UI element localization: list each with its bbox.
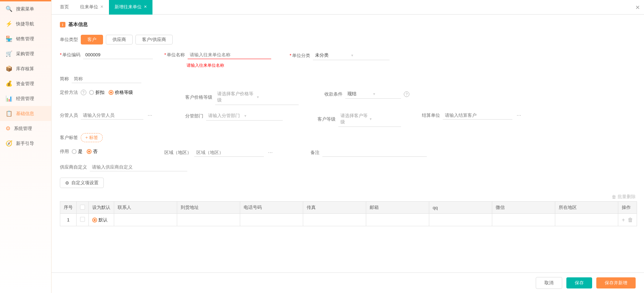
unit-type-field: 单位类型 客户 供应商 客户/供应商 — [60, 35, 636, 44]
unit-name-input[interactable] — [188, 51, 271, 59]
disable-yes-radio[interactable]: 是 — [72, 148, 83, 155]
disable-radio-group: 是 否 — [72, 148, 97, 155]
settlement-dots-btn[interactable]: ··· — [515, 112, 523, 119]
form-content: i 基本信息 单位类型 客户 供应商 客户/供应商 *单位编码 *单位 — [52, 15, 644, 272]
sidebar-item-sales[interactable]: 🏪 销售管理 — [0, 31, 51, 46]
unit-type-label: 单位类型 — [60, 36, 78, 43]
tab-new-trading-unit[interactable]: 新增往来单位 ✕ — [109, 0, 152, 15]
phone-input[interactable] — [244, 216, 299, 224]
manager-input[interactable] — [81, 111, 143, 120]
select-all-checkbox[interactable] — [80, 205, 85, 210]
pricing-level-radio[interactable]: 价格等级 — [109, 89, 133, 96]
email-input[interactable] — [370, 216, 425, 224]
discount-radio-circle — [89, 90, 94, 95]
unit-category-label: *单位分类 — [290, 52, 310, 59]
yes-label: 是 — [78, 148, 83, 155]
add-tag-button[interactable]: + 标签 — [81, 133, 103, 142]
region-dots-btn[interactable]: ··· — [267, 149, 274, 156]
price-level-radio-circle — [109, 90, 113, 95]
manager-dots-btn[interactable]: ··· — [146, 112, 154, 119]
customer-price-level-field: 客户价格等级 请选择客户价格等级 ▾ — [185, 89, 324, 105]
unit-code-input[interactable] — [83, 51, 153, 59]
add-row-btn[interactable]: + — [622, 217, 625, 223]
disable-no-radio[interactable]: 否 — [87, 148, 97, 155]
address-input[interactable] — [181, 216, 236, 224]
cell-ops: + 🗑 — [618, 214, 637, 226]
sidebar-item-label: 快捷导航 — [16, 21, 34, 27]
pricing-help-icon[interactable]: ? — [81, 90, 86, 95]
cell-seq: 1 — [60, 214, 77, 226]
no-label: 否 — [93, 148, 97, 155]
settlement-input[interactable] — [443, 111, 512, 120]
supplier-custom-input[interactable] — [90, 163, 187, 171]
sidebar-item-quick-nav[interactable]: ⚡ 快捷导航 — [0, 16, 51, 31]
sidebar-item-purchase[interactable]: 🛒 采购管理 — [0, 46, 51, 61]
row-checkbox[interactable] — [80, 217, 85, 222]
pricing-discount-radio[interactable]: 折扣 — [89, 89, 104, 96]
region-label: 区域（地区） — [164, 149, 191, 156]
default-radio[interactable] — [92, 218, 97, 222]
chevron-down-icon-4: ▾ — [244, 114, 281, 118]
region-input[interactable] — [194, 148, 264, 157]
pricing-method-label: 定价方法 ? — [60, 89, 86, 96]
save-button[interactable]: 保存 — [566, 277, 592, 288]
sidebar-item-label: 资金管理 — [16, 81, 34, 87]
unit-category-select[interactable]: 未分类 ▾ — [313, 51, 390, 60]
tab-home-label: 首页 — [60, 4, 69, 10]
table-body: 1 默认 — [60, 214, 637, 226]
tab-trading-units-close[interactable]: ✕ — [100, 5, 103, 9]
qq-input[interactable] — [433, 216, 488, 224]
payment-terms-select[interactable]: 现结 ▾ — [345, 89, 401, 99]
tab-bar-close-all[interactable]: ✕ — [635, 4, 640, 10]
sidebar-item-finance[interactable]: 💰 资金管理 — [0, 76, 51, 91]
lightning-icon: ⚡ — [6, 21, 13, 27]
wechat-input[interactable] — [496, 216, 551, 224]
cart-icon: 🛒 — [6, 50, 13, 57]
sidebar-item-guide[interactable]: 🧭 新手引导 — [0, 136, 51, 151]
chevron-down-icon-3: ▾ — [373, 92, 399, 96]
remark-input[interactable] — [322, 148, 427, 157]
tab-trading-units[interactable]: 往来单位 ✕ — [74, 0, 109, 15]
section-title-text: 基本信息 — [68, 22, 88, 28]
col-address: 到货地址 — [177, 202, 240, 214]
customer-price-level-select[interactable]: 请选择客户价格等级 ▾ — [215, 89, 299, 105]
customer-level-select[interactable]: 请选择客户等级 ▾ — [338, 111, 401, 127]
section-badge-icon: i — [60, 22, 65, 27]
delete-row-btn[interactable]: 🗑 — [628, 217, 633, 223]
sidebar-item-label: 新手引导 — [16, 140, 34, 147]
unit-type-supplier-btn[interactable]: 供应商 — [106, 35, 133, 44]
dept-select[interactable]: 请输入分管部门 ▾ — [206, 111, 283, 121]
row-region-input[interactable] — [559, 216, 614, 224]
sidebar-item-system[interactable]: ⚙ 系统管理 — [0, 121, 51, 136]
tab-new-trading-unit-label: 新增往来单位 — [115, 4, 142, 10]
unit-type-both-btn[interactable]: 客户/供应商 — [135, 35, 173, 44]
unit-type-customer-btn[interactable]: 客户 — [81, 35, 103, 44]
dept-placeholder: 请输入分管部门 — [208, 113, 244, 119]
region-field: 区域（地区） ··· — [164, 148, 311, 157]
batch-delete-label[interactable]: 批量删除 — [618, 194, 636, 200]
custom-settings-label: 自定义项设置 — [71, 180, 99, 186]
short-name-input[interactable] — [72, 75, 141, 83]
yes-radio-circle — [72, 149, 77, 154]
cancel-button[interactable]: 取消 — [536, 277, 562, 289]
contact-input[interactable] — [118, 216, 173, 224]
col-ops: 操作 — [618, 202, 637, 214]
fax-input[interactable] — [307, 216, 362, 224]
tag-btn-label: + 标签 — [85, 135, 98, 141]
sidebar-item-operations[interactable]: 📊 经营管理 — [0, 91, 51, 106]
tab-new-trading-unit-close[interactable]: ✕ — [144, 5, 147, 9]
save-new-button[interactable]: 保存并新增 — [596, 277, 636, 288]
sidebar-item-search[interactable]: 🔍 搜索菜单 — [0, 1, 51, 16]
tab-home[interactable]: 首页 — [54, 0, 74, 15]
payment-help-icon[interactable]: ? — [404, 91, 409, 97]
supplier-custom-field: 供应商自定义 — [60, 163, 636, 171]
custom-settings-button[interactable]: ⚙ 自定义项设置 — [60, 178, 104, 188]
supplier-custom-row: 供应商自定义 — [60, 163, 636, 171]
payment-terms-field: 收款条件 现结 ▾ ? — [324, 89, 429, 99]
contacts-table: 序号 设为默认 联系人 到货地址 电话号码 传真 邮箱 qq 微信 所在地区 操… — [60, 201, 637, 226]
search-icon: 🔍 — [6, 6, 13, 12]
settlement-field: 结算单位 ··· — [422, 111, 636, 120]
cell-phone — [240, 214, 303, 226]
sidebar-item-basic-info[interactable]: 📋 基础信息 — [0, 106, 51, 121]
sidebar-item-inventory[interactable]: 📦 库存核算 — [0, 61, 51, 76]
